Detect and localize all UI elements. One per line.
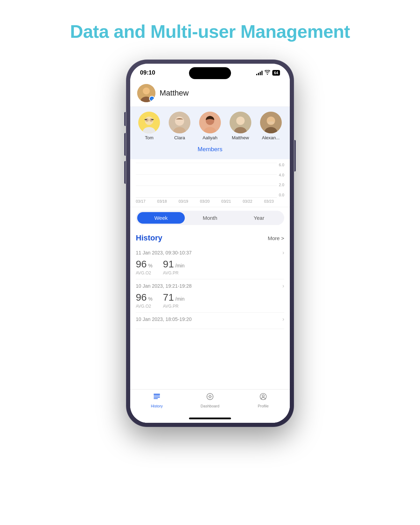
chart-x-labels: 03/17 03/18 03/19 03/20 03/21 03/22 03/2… xyxy=(136,198,274,203)
time-btn-week[interactable]: Week xyxy=(137,212,185,224)
chart-x-label-0: 03/17 xyxy=(136,199,146,203)
phone-screen: 09:10 64 xyxy=(130,64,290,423)
history-item-2-date: 10 Jan 2023, 19:21-19:28 xyxy=(136,283,192,289)
nav-label-dashboard: Dashboard xyxy=(201,404,219,408)
status-time: 09:10 xyxy=(140,69,155,76)
battery-badge: 64 xyxy=(272,70,280,76)
history-more-button[interactable]: More > xyxy=(268,235,284,241)
chart-y-labels: 0.0 2.0 4.0 6.0 xyxy=(277,163,284,198)
chart-y-label-0: 0.0 xyxy=(279,193,284,197)
dynamic-island xyxy=(189,67,231,79)
chart-grid xyxy=(136,163,277,198)
user-switch-badge[interactable] xyxy=(149,96,155,102)
nav-item-history[interactable]: History xyxy=(130,392,183,408)
member-item-aaliyah[interactable]: Aaliyah xyxy=(199,112,221,140)
member-name-aaliyah: Aaliyah xyxy=(203,135,218,140)
stat-pr-value-2: 71 xyxy=(163,292,174,303)
member-avatar-matthew xyxy=(230,112,251,133)
signal-bar-4 xyxy=(261,71,262,75)
avatars-row: Tom Clara xyxy=(136,112,284,140)
member-name-alexander: Alexan... xyxy=(262,135,280,140)
page-title: Data and Multi-user Management xyxy=(70,21,350,42)
svg-point-11 xyxy=(175,117,184,126)
stat-o2-value-1: 96 xyxy=(136,259,147,270)
stat-o2-value-2: 96 xyxy=(136,292,147,303)
history-item-1[interactable]: 11 Jan 2023, 09:30-10:37 › 96 % AVG.O2 xyxy=(136,246,284,279)
member-item-clara[interactable]: Clara xyxy=(169,112,190,140)
side-button-vol-down xyxy=(124,161,126,184)
signal-bar-3 xyxy=(260,72,261,75)
svg-rect-22 xyxy=(268,121,274,124)
chart-y-label-1: 2.0 xyxy=(279,183,284,187)
stat-block-o2-1: 96 % AVG.O2 xyxy=(136,259,153,275)
clara-avatar-svg xyxy=(169,112,190,133)
current-user-header[interactable]: Matthew xyxy=(130,79,290,107)
chart-section: 0.0 2.0 4.0 6.0 03/17 03/18 03/19 03/20 … xyxy=(130,159,290,207)
history-item-1-stats: 96 % AVG.O2 91 /min AVG.PR xyxy=(136,259,284,275)
svg-point-17 xyxy=(236,117,245,125)
member-name-clara: Clara xyxy=(174,135,185,140)
side-button-power xyxy=(294,140,296,172)
stat-pr-label-2: AVG.PR xyxy=(163,304,185,309)
chart-x-label-4: 03/21 xyxy=(221,199,231,203)
stat-o2-unit-2: % xyxy=(148,296,152,302)
member-item-alexander[interactable]: Alexan... xyxy=(260,112,282,140)
member-avatar-tom xyxy=(138,112,160,133)
stat-block-pr-2: 71 /min AVG.PR xyxy=(163,292,185,309)
time-btn-year[interactable]: Year xyxy=(235,212,283,224)
member-avatar-alexander xyxy=(260,112,282,133)
home-indicator xyxy=(130,414,290,423)
chart-x-label-1: 03/18 xyxy=(157,199,167,203)
history-item-3-header: 10 Jan 2023, 18:05-19:20 › xyxy=(136,316,284,322)
history-item-3-chevron: › xyxy=(282,316,284,322)
chart-gridline-mid2 xyxy=(136,186,277,186)
members-label[interactable]: Members xyxy=(136,143,284,154)
svg-point-30 xyxy=(262,395,264,397)
signal-icon xyxy=(256,70,262,75)
member-avatar-aaliyah xyxy=(199,112,221,133)
history-item-2-header: 10 Jan 2023, 19:21-19:28 › xyxy=(136,283,284,289)
history-item-1-chevron: › xyxy=(282,250,284,256)
status-icons: 64 xyxy=(256,70,280,76)
stat-pr-label-1: AVG.PR xyxy=(163,271,185,275)
history-item-2-chevron: › xyxy=(282,283,284,289)
chart-x-label-5: 03/22 xyxy=(243,199,252,203)
stat-pr-value-1: 91 xyxy=(163,259,174,270)
member-item-matthew[interactable]: Matthew xyxy=(230,112,251,140)
svg-rect-24 xyxy=(154,396,160,396)
signal-bar-1 xyxy=(256,74,257,75)
current-user-avatar xyxy=(137,84,155,102)
nav-label-profile: Profile xyxy=(258,404,268,408)
history-item-3[interactable]: 10 Jan 2023, 18:05-19:20 › xyxy=(136,313,284,329)
history-item-2[interactable]: 10 Jan 2023, 19:21-19:28 › 96 % AVG.O2 xyxy=(136,279,284,313)
stat-block-o2-2: 96 % AVG.O2 xyxy=(136,292,153,309)
svg-rect-26 xyxy=(154,398,158,399)
svg-rect-25 xyxy=(154,397,160,398)
svg-point-1 xyxy=(143,88,150,94)
member-name-tom: Tom xyxy=(145,135,154,140)
history-header: History More > xyxy=(136,229,284,246)
bottom-nav: History Dashboard xyxy=(130,389,290,414)
aaliyah-avatar-svg xyxy=(199,112,221,133)
nav-item-profile[interactable]: Profile xyxy=(237,392,290,408)
time-selector: Week Month Year xyxy=(136,211,284,225)
side-button-vol-up xyxy=(124,133,126,156)
history-item-1-date: 11 Jan 2023, 09:30-10:37 xyxy=(136,250,192,255)
time-btn-month[interactable]: Month xyxy=(186,212,234,224)
chart-x-label-3: 03/20 xyxy=(200,199,210,203)
chart-y-label-2: 4.0 xyxy=(279,173,284,177)
chart-x-label-2: 03/19 xyxy=(178,199,188,203)
chart-y-label-3: 6.0 xyxy=(279,163,284,167)
signal-bar-2 xyxy=(258,73,259,75)
stat-o2-unit-1: % xyxy=(148,263,152,268)
dashboard-nav-icon xyxy=(206,392,214,403)
svg-rect-9 xyxy=(151,119,154,120)
svg-rect-8 xyxy=(145,119,147,120)
svg-rect-23 xyxy=(154,394,160,395)
member-item-tom[interactable]: Tom xyxy=(138,112,160,140)
nav-item-dashboard[interactable]: Dashboard xyxy=(183,392,237,408)
history-title: History xyxy=(136,233,162,243)
stat-o2-label-1: AVG.O2 xyxy=(136,271,153,275)
member-avatar-clara xyxy=(169,112,190,133)
alexander-avatar-svg xyxy=(260,112,282,133)
